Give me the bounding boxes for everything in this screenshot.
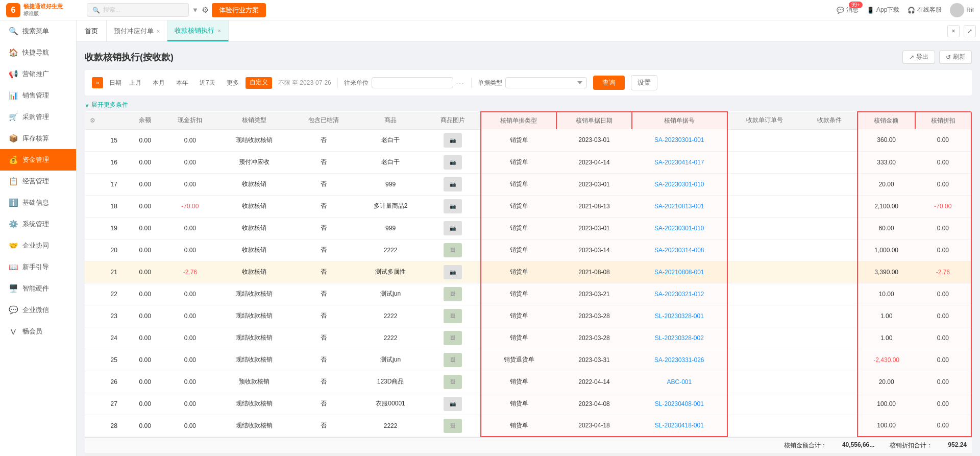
cell-verify-no[interactable]: SA-20230321-012 [632,283,727,305]
cell-verify-bill-type: 销货单 [481,129,556,151]
cell-include-settled: 否 [291,393,356,415]
cell-verify-amount: -2,430.00 [857,349,915,371]
cell-verify-no[interactable]: SA-20210808-001 [632,261,727,283]
filter-bar: » 日期 上月 本月 本年 近7天 更多 自定义 不限 至 2023-07-26 [85,70,972,95]
filter-this-year[interactable]: 本年 [172,77,193,89]
sidebar-item-nav[interactable]: 🏠 快捷导航 [0,42,76,63]
sidebar-item-marketing[interactable]: 📢 营销推广 [0,63,76,85]
cell-verify-amount: 3,390.00 [857,261,915,283]
col-verify-bill-type: 核销单据类型 [481,112,556,129]
cell-verify-discount: 0.00 [915,239,971,261]
cell-verify-discount: 0.00 [915,283,971,305]
sidebar-item-inventory[interactable]: 📦 库存核算 [0,128,76,149]
cell-receipt-condition [802,261,857,283]
cell-verify-no[interactable]: SA-20230301-001 [632,129,727,151]
expand-more-btn[interactable]: ∨ 展开更多条件 [85,101,972,109]
sidebar-item-basic[interactable]: ℹ️ 基础信息 [0,192,76,213]
table-row: 240.000.00现结收款核销否2222🖼销货单2023-03-28SL-20… [85,327,971,349]
table-wrapper: ⚙ 余额 现金折扣 核销类型 包含已结清 商品 商品图片 核销单据类型 核销单据… [85,111,972,456]
filter-date-buttons: 上月 本月 本年 近7天 更多 自定义 [125,77,272,89]
cell-include-settled: 否 [291,239,356,261]
app-logo: 6 畅捷通谁好生意 标准版 [6,3,83,17]
sidebar-item-finance[interactable]: 💰 资金管理 [0,149,76,171]
cell-verify-discount: 0.00 [915,173,971,195]
cell-balance: 0.00 [128,129,163,151]
filter-expand-btn[interactable]: » [92,77,103,88]
cell-verify-no[interactable]: SA-20230301-010 [632,173,727,195]
user-nav-item[interactable]: Rit [950,3,974,17]
tab-prepay-close[interactable]: × [157,28,160,34]
export-btn[interactable]: ↗ 导出 [902,50,935,64]
tab-prepay[interactable]: 预付冲应付单 × [107,20,167,41]
cell-verify-type: 现结收款核销 [217,349,291,371]
cell-verify-bill-type: 销货单 [481,327,556,349]
cell-receipt-order [727,173,802,195]
sidebar-item-system[interactable]: ⚙️ 系统管理 [0,213,76,235]
filter-more-dates[interactable]: 更多 [222,77,243,89]
online-service-nav-item[interactable]: 🎧 在线客服 [908,6,942,14]
table-row: 170.000.00收款核销否999📷销货单2023-03-01SA-20230… [85,173,971,195]
sidebar-item-collab[interactable]: 🤝 企业协同 [0,235,76,256]
filter-partner-input[interactable] [372,77,453,88]
sidebar-item-hardware[interactable]: 🖥️ 智能硬件 [0,278,76,299]
filter-last-month[interactable]: 上月 [125,77,146,89]
cell-verify-type: 收款核销 [217,217,291,239]
cell-verify-no[interactable]: SL-20230408-001 [632,393,727,415]
cell-verify-amount: 1.00 [857,305,915,327]
cell-verify-no[interactable]: SA-20230301-010 [632,217,727,239]
cell-verify-type: 预收款核销 [217,371,291,393]
cell-verify-type: 预付冲应收 [217,151,291,173]
tab-verify-close[interactable]: × [217,28,220,34]
settings-icon[interactable]: ⚙ [202,5,209,15]
cell-verify-no[interactable]: SA-20230331-026 [632,349,727,371]
cell-verify-discount: 0.00 [915,217,971,239]
filter-custom-date[interactable]: 自定义 [246,77,272,89]
filter-partner-dots[interactable]: ··· [456,79,465,87]
tab-close-btn[interactable]: × [947,25,960,37]
cell-balance: 0.00 [128,173,163,195]
col-settings[interactable]: ⚙ [85,112,101,129]
filter-7days[interactable]: 近7天 [195,77,220,89]
trial-btn[interactable]: 体验行业方案 [212,3,266,17]
filter-bill-type-select[interactable] [505,77,587,88]
cell-verify-no[interactable]: SA-20210813-001 [632,195,727,217]
cell-verify-amount: 60.00 [857,217,915,239]
sidebar-item-wechat[interactable]: 💬 企业微信 [0,299,76,321]
cell-cash-discount: 0.00 [163,371,217,393]
collab-icon: 🤝 [8,241,18,250]
query-btn[interactable]: 查询 [593,76,625,90]
cell-verify-no[interactable]: SL-20230328-001 [632,305,727,327]
sidebar-item-member[interactable]: V 畅会员 [0,321,76,342]
sidebar-item-purchase[interactable]: 🛒 采购管理 [0,106,76,128]
cell-seq: 23 [101,305,128,327]
filter-this-month[interactable]: 本月 [148,77,169,89]
table-row: 250.000.00现结收款核销否测试jun🖼销货退货单2023-03-31SA… [85,349,971,371]
cell-verify-date: 2021-08-08 [556,261,632,283]
sidebar-item-guide[interactable]: 📖 新手引导 [0,256,76,278]
cell-verify-no[interactable]: SL-20230328-002 [632,327,727,349]
sidebar-item-sales[interactable]: 📊 销售管理 [0,85,76,106]
app-download-nav-item[interactable]: 📱 App下载 [867,6,899,14]
tab-home[interactable]: 首页 [77,20,107,41]
message-nav-item[interactable]: 💬 消息 99+ [837,6,859,14]
footer-amount-value: 40,556,66... [842,441,874,450]
table-settings-btn[interactable]: 设置 [631,75,657,90]
cell-verify-no[interactable]: SL-20230418-001 [632,415,727,437]
cell-verify-no[interactable]: SA-20230414-017 [632,151,727,173]
cell-verify-no[interactable]: ABC-001 [632,371,727,393]
logo-icon: 6 [6,3,20,17]
cell-include-settled: 否 [291,327,356,349]
cell-verify-date: 2023-03-14 [556,239,632,261]
page-header-actions: ↗ 导出 ↺ 刷新 [902,50,972,64]
cell-settings [85,305,101,327]
refresh-btn[interactable]: ↺ 刷新 [939,50,972,64]
table-scroll-bar[interactable] [85,453,972,456]
cell-verify-no[interactable]: SA-20230314-008 [632,239,727,261]
cell-include-settled: 否 [291,173,356,195]
dropdown-icon[interactable]: ▼ [192,6,199,14]
tab-expand-btn[interactable]: ⤢ [964,25,976,37]
sidebar-item-operations[interactable]: 📋 经营管理 [0,171,76,192]
tab-verify[interactable]: 收款核销执行 × [167,20,228,41]
sidebar-item-search[interactable]: 🔍 搜索菜单 [0,20,76,42]
top-bar: 6 畅捷通谁好生意 标准版 🔍 搜索... ▼ ⚙ 体验行业方案 💬 消息 99… [0,0,980,20]
